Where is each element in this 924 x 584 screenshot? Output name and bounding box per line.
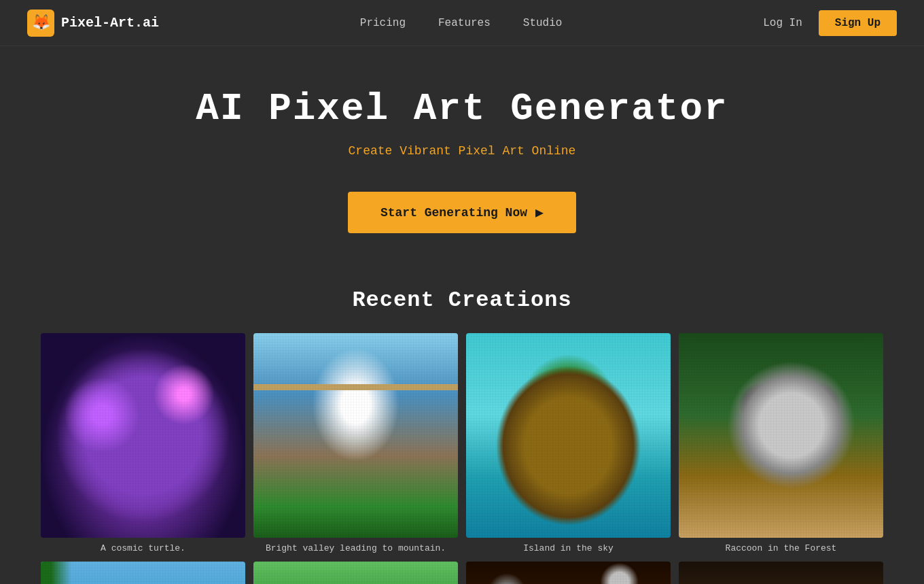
login-button[interactable]: Log In	[763, 17, 802, 29]
gallery-grid: A cosmic turtle.Bright valley leading to…	[41, 333, 883, 584]
gallery-item[interactable]: Tropical beach scene	[41, 562, 245, 584]
gallery-image	[679, 333, 883, 538]
gallery-item[interactable]: Bright valley leading to mountain.	[253, 333, 458, 553]
gallery-item[interactable]: A cosmic turtle.	[41, 333, 245, 553]
gallery-image	[41, 333, 245, 538]
gallery-image	[253, 333, 458, 538]
gallery-item[interactable]: Temple in the forest	[253, 562, 458, 584]
gallery-image	[466, 562, 671, 584]
gallery-image	[679, 562, 883, 584]
hero-section: AI Pixel Art Generator Create Vibrant Pi…	[0, 46, 924, 260]
hero-title: AI Pixel Art Generator	[14, 87, 910, 131]
gallery-item[interactable]: Raccoon in the Forest	[679, 333, 883, 553]
cta-label: Start Generating Now	[380, 206, 527, 220]
gallery-label: Raccoon in the Forest	[679, 543, 883, 553]
gallery-label: Bright valley leading to mountain.	[253, 543, 458, 553]
arrow-icon: ▶	[535, 204, 544, 221]
nav-studio[interactable]: Studio	[523, 17, 563, 29]
gallery-image	[253, 562, 458, 584]
nav-actions: Log In Sign Up	[763, 10, 897, 36]
gallery-image	[466, 333, 671, 538]
gallery-label: Island in the sky	[466, 543, 671, 553]
signup-button[interactable]: Sign Up	[819, 10, 897, 36]
cta-button[interactable]: Start Generating Now ▶	[348, 192, 576, 233]
hero-subtitle: Create Vibrant Pixel Art Online	[14, 144, 910, 158]
nav-features[interactable]: Features	[438, 17, 491, 29]
navbar: 🦊 Pixel-Art.ai Pricing Features Studio L…	[0, 0, 924, 46]
logo-link[interactable]: 🦊 Pixel-Art.ai	[27, 10, 159, 37]
logo-text: Pixel-Art.ai	[61, 15, 159, 31]
gallery-label: A cosmic turtle.	[41, 543, 245, 553]
nav-links: Pricing Features Studio	[360, 17, 563, 29]
section-title: Recent Creations	[41, 288, 883, 313]
gallery-image	[41, 562, 245, 584]
logo-icon: 🦊	[27, 10, 54, 37]
gallery-section: Recent Creations A cosmic turtle.Bright …	[0, 260, 924, 584]
gallery-item[interactable]: Island in the sky	[466, 333, 671, 553]
gallery-item[interactable]: Astronaut on Mars	[466, 562, 671, 584]
nav-pricing[interactable]: Pricing	[360, 17, 406, 29]
gallery-item[interactable]: Ancient stone archway	[679, 562, 883, 584]
